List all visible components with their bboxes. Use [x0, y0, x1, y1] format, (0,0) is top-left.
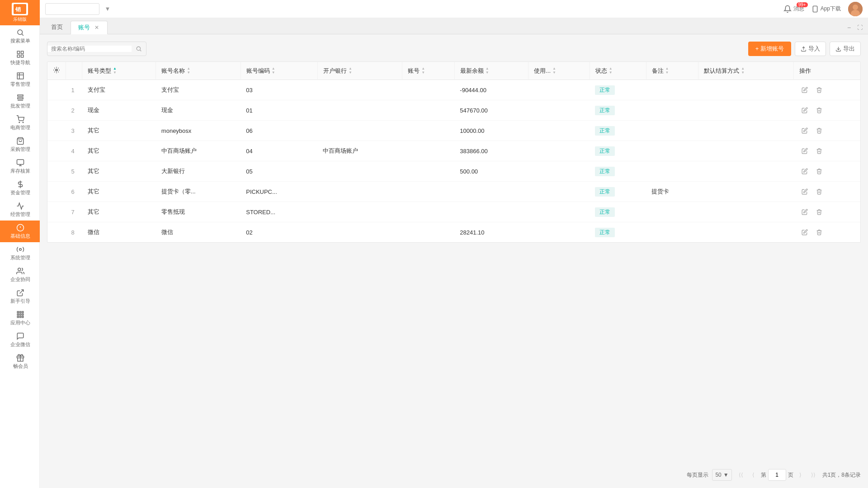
- sidebar-item-quick-nav[interactable]: 快捷导航: [0, 47, 40, 69]
- cell-type: 其它: [82, 182, 156, 202]
- sidebar-item-member[interactable]: 畅会员: [0, 351, 40, 372]
- sidebar: 销 乐销版 搜索菜单 快捷导航 零售管理 批发管理 电商管理 采购管理 库存核算…: [0, 0, 40, 488]
- sidebar-item-app-center[interactable]: 应用中心: [0, 307, 40, 329]
- delete-icon[interactable]: [814, 227, 825, 238]
- th-settings[interactable]: [47, 62, 66, 80]
- sidebar-item-inventory[interactable]: 库存核算: [0, 155, 40, 177]
- page-input[interactable]: [768, 469, 786, 481]
- th-settlement[interactable]: 默认结算方式 ▲ ▼: [698, 62, 794, 80]
- cell-bank: [317, 202, 402, 222]
- tab-maximize-icon[interactable]: ⛶: [855, 23, 864, 32]
- tab-close-icon[interactable]: ✕: [94, 24, 100, 31]
- delete-icon[interactable]: [814, 206, 825, 217]
- sidebar-item-retail[interactable]: 零售管理: [0, 69, 40, 90]
- sidebar-quick-nav-label: 快捷导航: [10, 59, 30, 66]
- prev-page-button[interactable]: ⟨: [748, 469, 759, 480]
- per-page-select[interactable]: 50 ▼: [712, 469, 731, 481]
- cell-checkbox: [47, 222, 66, 243]
- sidebar-item-system[interactable]: 系统管理: [0, 242, 40, 264]
- edit-icon[interactable]: [799, 84, 810, 95]
- cell-num: 2: [66, 100, 82, 121]
- last-page-button[interactable]: ⟩⟩: [808, 469, 819, 480]
- user-avatar[interactable]: [848, 2, 863, 16]
- delete-icon[interactable]: [814, 84, 825, 95]
- edit-icon[interactable]: [799, 206, 810, 217]
- th-balance[interactable]: 最新余额 ▲ ▼: [454, 62, 528, 80]
- th-account[interactable]: 账号 ▲ ▼: [402, 62, 455, 80]
- edit-icon[interactable]: [799, 166, 810, 177]
- delete-icon[interactable]: [814, 145, 825, 156]
- cell-code: STORED...: [241, 202, 317, 222]
- page-suffix: 页: [788, 471, 793, 479]
- sidebar-item-finance[interactable]: 资金管理: [0, 177, 40, 199]
- app-download-button[interactable]: App下载: [811, 5, 841, 13]
- import-button[interactable]: 导入: [795, 42, 826, 56]
- sidebar-item-guide[interactable]: 新手引导: [0, 286, 40, 307]
- th-bank[interactable]: 开户银行 ▲ ▼: [317, 62, 402, 80]
- svg-rect-3: [17, 51, 19, 53]
- page-label: 第: [761, 471, 766, 479]
- cell-checkbox: [47, 141, 66, 161]
- cell-name: 零售抵现: [156, 202, 241, 222]
- search-input[interactable]: [47, 46, 132, 52]
- sidebar-guide-label: 新手引导: [10, 298, 30, 305]
- edit-icon[interactable]: [799, 145, 810, 156]
- tab-minimize-icon[interactable]: −: [844, 23, 854, 32]
- th-num: [66, 62, 82, 80]
- th-status[interactable]: 状态 ▲ ▼: [590, 62, 646, 80]
- sidebar-ecommerce-label: 电商管理: [10, 124, 30, 131]
- message-button[interactable]: 消息 99+: [783, 5, 804, 13]
- cell-type: 支付宝: [82, 80, 156, 100]
- cell-actions: [794, 121, 860, 141]
- sidebar-item-enterprise[interactable]: 企业协同: [0, 264, 40, 286]
- sidebar-item-purchase[interactable]: 采购管理: [0, 134, 40, 155]
- sidebar-item-wholesale[interactable]: 批发管理: [0, 90, 40, 112]
- delete-icon[interactable]: [814, 125, 825, 136]
- edit-icon[interactable]: [799, 125, 810, 136]
- search-button[interactable]: [132, 42, 146, 56]
- cell-actions: [794, 80, 860, 100]
- next-page-button[interactable]: ⟩: [795, 469, 806, 480]
- sidebar-item-wechat[interactable]: 企业微信: [0, 329, 40, 351]
- first-page-button[interactable]: ⟨⟨: [736, 469, 746, 480]
- cell-actions: [794, 222, 860, 243]
- export-button[interactable]: 导出: [830, 42, 861, 56]
- cell-type: 其它: [82, 141, 156, 161]
- topbar-dropdown-icon[interactable]: ▼: [103, 3, 112, 15]
- status-badge: 正常: [595, 85, 615, 95]
- edit-icon[interactable]: [799, 105, 810, 116]
- sidebar-app-center-label: 应用中心: [10, 319, 30, 326]
- add-account-button[interactable]: + 新增账号: [748, 42, 791, 56]
- svg-rect-19: [20, 311, 21, 313]
- th-code[interactable]: 账号编码 ▲ ▼: [241, 62, 317, 80]
- sidebar-item-basic-info[interactable]: 基础信息: [0, 221, 40, 242]
- cell-account: [402, 182, 455, 202]
- edit-icon[interactable]: [799, 186, 810, 197]
- status-badge: 正常: [595, 167, 615, 176]
- delete-icon[interactable]: [814, 166, 825, 177]
- cell-account: [402, 202, 455, 222]
- cell-usage: [528, 80, 590, 100]
- cell-status: 正常: [590, 100, 646, 121]
- cell-settlement: [698, 121, 794, 141]
- th-name[interactable]: 账号名称 ▲ ▼: [156, 62, 241, 80]
- th-type[interactable]: 账号类型 ▲ ▼: [82, 62, 156, 80]
- edit-icon[interactable]: [799, 227, 810, 238]
- tab-account[interactable]: 账号 ✕: [71, 21, 108, 34]
- th-action: 操作: [794, 62, 860, 80]
- cell-remark: [646, 202, 698, 222]
- topbar-search-input[interactable]: [45, 3, 99, 15]
- cell-balance: [454, 202, 528, 222]
- delete-icon[interactable]: [814, 105, 825, 116]
- cell-balance: 10000.00: [454, 121, 528, 141]
- sidebar-item-ecommerce[interactable]: 电商管理: [0, 112, 40, 134]
- th-usage[interactable]: 使用... ▲ ▼: [528, 62, 590, 80]
- th-remark[interactable]: 备注 ▲ ▼: [646, 62, 698, 80]
- sidebar-item-search[interactable]: 搜索菜单: [0, 25, 40, 47]
- sidebar-item-operations[interactable]: 经营管理: [0, 199, 40, 221]
- tab-home[interactable]: 首页: [43, 20, 71, 34]
- delete-icon[interactable]: [814, 186, 825, 197]
- cell-remark: [646, 161, 698, 182]
- table-row: 7 其它 零售抵现 STORED... 正常: [47, 202, 860, 222]
- sidebar-wechat-label: 企业微信: [10, 341, 30, 348]
